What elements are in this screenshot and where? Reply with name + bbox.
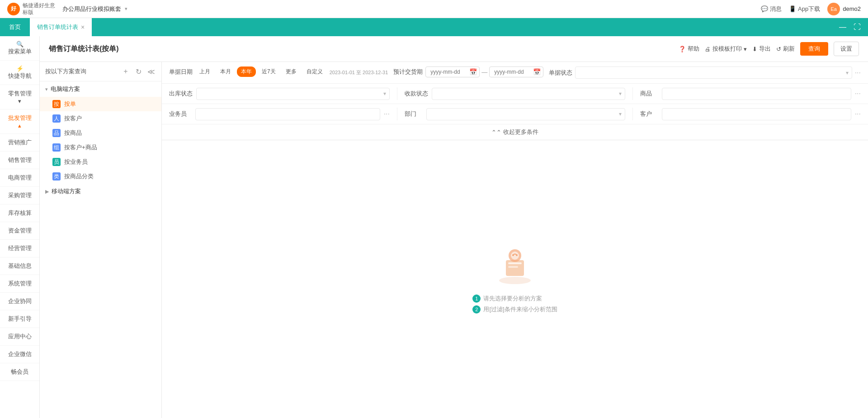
sidebar-item-quicknav[interactable]: ⚡ 快捷导航 [0, 61, 39, 85]
scheme-add-btn[interactable]: + [121, 66, 131, 76]
by-salesperson-label: 按业务员 [64, 158, 156, 166]
help-btn[interactable]: ❓ 帮助 [679, 45, 699, 53]
export-icon: ⬇ [752, 46, 757, 52]
logo-area: 好 畅捷通好生意 标版 [7, 2, 55, 15]
pc-group-arrow-icon: ▾ [45, 86, 48, 92]
app-download-btn[interactable]: 📱 App下载 [789, 5, 820, 13]
status-filter-group: 单据状态 ▾ ··· [549, 66, 861, 79]
sidebar-item-operations[interactable]: 经营管理 [0, 240, 39, 257]
scheme-collapse-btn[interactable]: ≪ [146, 66, 156, 76]
sidebar-item-member[interactable]: 畅会员 [0, 363, 39, 381]
scheme-refresh-btn[interactable]: ↻ [133, 66, 143, 76]
app-download-label: App下载 [798, 5, 820, 13]
sidebar-item-finance[interactable]: 资金管理 [0, 222, 39, 240]
scheme-item-by-goods-category[interactable]: 类 按商品分类 [40, 169, 161, 184]
department-select[interactable] [426, 108, 625, 120]
sidebar-item-search[interactable]: 🔍 搜索菜单 [0, 36, 39, 61]
export-btn[interactable]: ⬇ 导出 [752, 45, 771, 53]
goods-cell: 商品 ··· [640, 88, 861, 100]
scheme-header: 按以下方案查询 + ↻ ≪ [40, 62, 161, 81]
tab-home[interactable]: 首页 [0, 18, 30, 36]
scheme-title: 按以下方案查询 [45, 67, 86, 76]
message-btn[interactable]: 💬 消息 [761, 5, 782, 13]
goods-more-icon[interactable]: ··· [855, 90, 861, 98]
sidebar-item-corp[interactable]: 企业协同 [0, 293, 39, 310]
out-status-label: 出库状态 [169, 90, 193, 98]
date-btn-custom[interactable]: 自定义 [302, 66, 327, 77]
tab-close-icon[interactable]: × [81, 24, 85, 31]
refresh-btn[interactable]: ↺ 刷新 [776, 45, 795, 53]
date-btn-lastmonth[interactable]: 上月 [195, 66, 214, 77]
out-status-select[interactable] [196, 88, 390, 100]
svg-rect-2 [508, 262, 522, 264]
collapse-more-btn[interactable]: ⌃⌃ 收起更多条件 [162, 124, 868, 140]
date-btn-7days[interactable]: 近7天 [258, 66, 280, 77]
status-select-wrap: ▾ [575, 66, 852, 79]
date-btn-thismonth[interactable]: 本月 [216, 66, 235, 77]
date-filter-group: 单据日期 上月 本月 本年 近7天 更多 自定义 2023-01-01 至 20… [169, 66, 388, 77]
date-btn-more[interactable]: 更多 [282, 66, 301, 77]
sidebar-item-marketing[interactable]: 营销推广 [0, 134, 39, 152]
svg-point-7 [516, 254, 518, 256]
date-filter-btns: 上月 本月 本年 近7天 更多 自定义 [195, 66, 327, 77]
query-btn[interactable]: 查询 [800, 42, 828, 56]
scheme-item-by-goods[interactable]: 品 按商品 [40, 126, 161, 140]
receipt-status-select[interactable] [432, 88, 625, 100]
by-order-icon: 按 [52, 100, 61, 108]
sidebar-item-wechat[interactable]: 企业微信 [0, 346, 39, 363]
tab-maximize-btn[interactable]: ⛶ [852, 22, 863, 33]
logo-subtext: 标版 [23, 9, 55, 15]
scheme-item-by-order[interactable]: 按 按单 [40, 97, 161, 111]
page-header-actions: ❓ 帮助 🖨 按模板打印 ▾ ⬇ 导出 ↺ 刷新 查询 设置 [679, 42, 859, 62]
scheme-group-mobile: ▶ 移动端方案 [40, 184, 161, 199]
sidebar-item-wholesale[interactable]: 批发管理 ▴ [0, 109, 39, 134]
app-title: 办公用品行业模拟账套 [62, 5, 121, 13]
settings-btn[interactable]: 设置 [834, 42, 859, 56]
quicknav-icon: ⚡ [0, 65, 39, 72]
by-customer-goods-icon: 组 [52, 143, 61, 152]
sidebar-item-purchase[interactable]: 采购管理 [0, 187, 39, 204]
status-more-icon[interactable]: ··· [855, 69, 861, 77]
salesperson-more-icon[interactable]: ··· [384, 110, 390, 118]
topbar-left: 好 畅捷通好生意 标版 办公用品行业模拟账套 ▾ [7, 2, 127, 15]
customer-input[interactable] [662, 108, 851, 120]
filter-block: 单据日期 上月 本月 本年 近7天 更多 自定义 2023-01-01 至 20… [162, 62, 868, 140]
help-icon: ❓ [679, 46, 686, 52]
tab-sales-order[interactable]: 销售订单统计表 × [30, 18, 92, 36]
scheme-item-by-salesperson[interactable]: 员 按业务员 [40, 155, 161, 169]
by-customer-icon: 人 [52, 114, 61, 123]
divider-4 [632, 108, 633, 120]
combined-area: 按以下方案查询 + ↻ ≪ ▾ 电脑端方案 按 按单 [40, 62, 868, 418]
salesperson-input-wrap [195, 108, 380, 120]
sidebar-item-retail[interactable]: 零售管理 ▾ [0, 85, 39, 109]
sidebar-item-ecommerce[interactable]: 电商管理 [0, 169, 39, 187]
salesperson-label: 业务员 [169, 110, 192, 118]
scheme-group-pc-header[interactable]: ▾ 电脑端方案 [40, 81, 161, 97]
scheme-panel: 按以下方案查询 + ↻ ≪ ▾ 电脑端方案 按 按单 [40, 62, 162, 418]
expected-date-start-wrap: 📅 [425, 66, 480, 77]
pc-group-label: 电脑端方案 [51, 85, 80, 93]
goods-label: 商品 [640, 90, 658, 98]
status-select[interactable] [575, 66, 852, 79]
user-area[interactable]: Ea demo2 [827, 3, 861, 15]
salesperson-cell: 业务员 ··· [169, 108, 397, 120]
tab-sales-order-label: 销售订单统计表 [37, 23, 78, 31]
scheme-item-by-customer-goods[interactable]: 组 按客户+商品 [40, 140, 161, 155]
goods-input[interactable] [662, 88, 851, 100]
sidebar-item-system[interactable]: 系统管理 [0, 275, 39, 293]
scheme-group-mobile-header[interactable]: ▶ 移动端方案 [40, 184, 161, 199]
divider-3 [397, 108, 397, 120]
tab-minimize-btn[interactable]: — [837, 22, 848, 33]
sidebar-item-newguide[interactable]: 新手引导 [0, 310, 39, 328]
date-btn-thisyear[interactable]: 本年 [237, 66, 256, 77]
sidebar-item-sales[interactable]: 销售管理 [0, 152, 39, 169]
expected-date-picker: 📅 — 📅 [425, 66, 543, 77]
sidebar-item-basic[interactable]: 基础信息 [0, 257, 39, 275]
customer-more-icon[interactable]: ··· [855, 110, 861, 118]
sidebar-item-inventory[interactable]: 库存核算 [0, 204, 39, 222]
scheme-item-by-customer[interactable]: 人 按客户 [40, 111, 161, 126]
salesperson-input[interactable] [195, 108, 380, 120]
sidebar-item-appcenter[interactable]: 应用中心 [0, 328, 39, 346]
app-title-dropdown-icon[interactable]: ▾ [125, 6, 127, 12]
template-print-btn[interactable]: 🖨 按模板打印 ▾ [705, 45, 747, 53]
